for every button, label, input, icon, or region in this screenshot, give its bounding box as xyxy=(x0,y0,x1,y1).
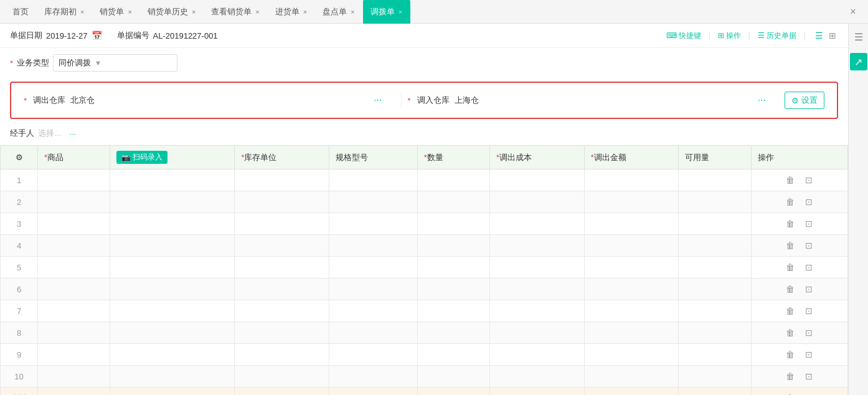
delete-row-button[interactable]: 🗑 xyxy=(783,195,797,209)
calendar-icon[interactable]: 📅 xyxy=(92,31,102,40)
product-cell[interactable] xyxy=(38,366,110,388)
product-cell[interactable] xyxy=(38,300,110,322)
tab-close-transfer[interactable]: × xyxy=(399,8,402,16)
qty-cell[interactable] xyxy=(417,344,489,366)
warehouse-out-more-icon[interactable]: ··· xyxy=(374,95,394,106)
unit-cell[interactable] xyxy=(235,300,329,322)
tab-close-inventory-check[interactable]: × xyxy=(351,8,354,16)
product-cell[interactable] xyxy=(38,257,110,278)
settings-button[interactable]: ⚙ 设置 xyxy=(785,92,824,109)
cost-cell[interactable] xyxy=(490,169,585,191)
spec-cell[interactable] xyxy=(329,366,417,388)
delete-row-button[interactable]: 🗑 xyxy=(783,348,797,361)
tab-close-sales-history[interactable]: × xyxy=(192,8,196,16)
amount-cell[interactable] xyxy=(584,235,679,257)
product-cell[interactable] xyxy=(38,191,110,213)
delete-row-button[interactable]: 🗑 xyxy=(783,304,797,318)
spec-cell[interactable] xyxy=(329,257,417,278)
amount-cell[interactable] xyxy=(584,278,679,300)
qty-cell[interactable] xyxy=(417,169,489,191)
product-cell[interactable] xyxy=(38,344,110,366)
tab-sales-order[interactable]: 销货单 × xyxy=(92,0,139,24)
copy-row-button[interactable]: ⊡ xyxy=(802,326,816,340)
delete-row-button[interactable]: 🗑 xyxy=(783,239,797,252)
amount-cell[interactable] xyxy=(584,322,679,344)
tab-close-purchase[interactable]: × xyxy=(303,8,307,16)
warehouse-in-more-icon[interactable]: ··· xyxy=(758,95,778,106)
cost-cell[interactable] xyxy=(490,213,585,235)
sidebar-export-icon[interactable]: ↗ xyxy=(850,53,867,70)
cost-cell[interactable] xyxy=(490,366,585,388)
tab-close-inventory-init[interactable]: × xyxy=(80,8,84,16)
amount-cell[interactable] xyxy=(584,257,679,278)
copy-row-button[interactable]: ⊡ xyxy=(802,348,816,361)
layout-list-icon[interactable]: ☰ xyxy=(813,30,824,41)
product-cell[interactable] xyxy=(38,322,110,344)
scan-button[interactable]: 📷 扫码录入 xyxy=(116,151,167,164)
copy-row-button[interactable]: ⊡ xyxy=(802,282,816,296)
delete-row-button[interactable]: 🗑 xyxy=(783,173,797,187)
qty-cell[interactable] xyxy=(417,300,489,322)
copy-subtotal-button[interactable]: ⊡ xyxy=(802,391,816,395)
copy-row-button[interactable]: ⊡ xyxy=(802,217,816,231)
amount-cell[interactable] xyxy=(584,213,679,235)
spec-cell[interactable] xyxy=(329,235,417,257)
tab-close-view-sales[interactable]: × xyxy=(255,8,259,16)
copy-row-button[interactable]: ⊡ xyxy=(802,369,816,383)
product-cell[interactable] xyxy=(38,235,110,257)
tab-home[interactable]: 首页 xyxy=(5,0,37,24)
spec-cell[interactable] xyxy=(329,344,417,366)
amount-cell[interactable] xyxy=(584,300,679,322)
layout-grid-icon[interactable]: ⊞ xyxy=(827,30,838,41)
delete-row-button[interactable]: 🗑 xyxy=(783,369,797,383)
unit-cell[interactable] xyxy=(235,213,329,235)
window-close-button[interactable]: × xyxy=(843,2,863,22)
amount-cell[interactable] xyxy=(584,169,679,191)
qty-cell[interactable] xyxy=(417,213,489,235)
cost-cell[interactable] xyxy=(490,322,585,344)
qty-cell[interactable] xyxy=(417,278,489,300)
tab-view-sales[interactable]: 查看销货单 × xyxy=(204,0,267,24)
spec-cell[interactable] xyxy=(329,300,417,322)
amount-cell[interactable] xyxy=(584,366,679,388)
cost-cell[interactable] xyxy=(490,257,585,278)
copy-row-button[interactable]: ⊡ xyxy=(802,195,816,209)
tab-purchase[interactable]: 进货单 × xyxy=(268,0,315,24)
column-gear[interactable]: ⚙ xyxy=(1,146,38,169)
copy-row-button[interactable]: ⊡ xyxy=(802,304,816,318)
cost-cell[interactable] xyxy=(490,191,585,213)
tab-close-sales-order[interactable]: × xyxy=(128,8,131,16)
sidebar-list-icon[interactable]: ☰ xyxy=(852,29,866,45)
amount-cell[interactable] xyxy=(584,344,679,366)
unit-cell[interactable] xyxy=(235,344,329,366)
tab-inventory-init[interactable]: 库存期初 × xyxy=(37,0,92,24)
copy-row-button[interactable]: ⊡ xyxy=(802,173,816,187)
unit-cell[interactable] xyxy=(235,169,329,191)
unit-cell[interactable] xyxy=(235,257,329,278)
history-button[interactable]: ☰ 历史单据 xyxy=(758,31,796,41)
qty-cell[interactable] xyxy=(417,257,489,278)
cost-cell[interactable] xyxy=(490,278,585,300)
product-cell[interactable] xyxy=(38,213,110,235)
warehouse-out-value[interactable]: 北京仓 xyxy=(70,95,95,106)
spec-cell[interactable] xyxy=(329,169,417,191)
copy-row-button[interactable]: ⊡ xyxy=(802,260,816,274)
operation-button[interactable]: ⊞ 操作 xyxy=(718,31,741,41)
spec-cell[interactable] xyxy=(329,278,417,300)
unit-cell[interactable] xyxy=(235,278,329,300)
handler-select[interactable]: 选择... xyxy=(38,128,61,139)
delete-row-button[interactable]: 🗑 xyxy=(783,217,797,231)
spec-cell[interactable] xyxy=(329,213,417,235)
delete-row-button[interactable]: 🗑 xyxy=(783,282,797,296)
tab-transfer[interactable]: 调拨单 × xyxy=(363,0,410,24)
unit-cell[interactable] xyxy=(235,191,329,213)
handler-more-icon[interactable]: ··· xyxy=(70,129,77,138)
shortcut-button[interactable]: ⌨ 快捷键 xyxy=(666,31,701,41)
spec-cell[interactable] xyxy=(329,322,417,344)
unit-cell[interactable] xyxy=(235,235,329,257)
delete-row-button[interactable]: 🗑 xyxy=(783,260,797,274)
amount-cell[interactable] xyxy=(584,191,679,213)
business-select[interactable]: 同价调拨 ▼ xyxy=(53,54,177,72)
delete-row-button[interactable]: 🗑 xyxy=(783,326,797,340)
qty-cell[interactable] xyxy=(417,322,489,344)
